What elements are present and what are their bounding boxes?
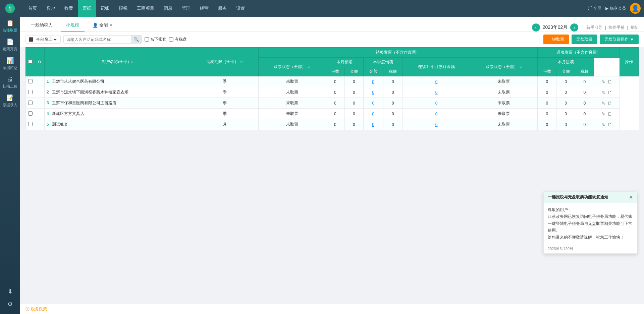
row-sales-quarterly-tax: 0 xyxy=(383,98,403,109)
row-purchase-monthly-count: 0 xyxy=(538,119,556,130)
row-sales-monthly-amount: 0 xyxy=(344,109,363,119)
edit-icon[interactable]: ✎ xyxy=(601,122,605,127)
view-icon[interactable]: 🗋 xyxy=(607,111,612,117)
table-row: 1 卫辉市玖玖健合医药有限公司 季 未取票 0 0 0 0 0 未取票 0 0 … xyxy=(26,76,639,87)
no-disk-ops-button[interactable]: 无盘取票操作 ▼ xyxy=(600,35,639,44)
one-click-fetch-button[interactable]: 一键取票 xyxy=(543,35,569,44)
no-disk-fetch-button[interactable]: 无盘取票 xyxy=(572,35,597,44)
tax-policy-label[interactable]: 税务政策 xyxy=(31,306,47,312)
fullscreen-icon: ⛶ xyxy=(588,6,592,11)
row-customer: 5 测试账套 xyxy=(45,119,191,130)
row-sales-quarterly-amount: 0 xyxy=(363,119,383,130)
select-all-checkbox[interactable] xyxy=(28,59,33,64)
customer-filter-icon[interactable]: ▽ xyxy=(131,60,133,64)
row-checkbox[interactable] xyxy=(28,79,33,83)
avatar[interactable]: 👤 xyxy=(630,3,641,14)
nav-account[interactable]: 记账 xyxy=(96,0,114,17)
tax-policy-icon: ⓘ xyxy=(25,306,30,312)
row-purchase-monthly-count: 0 xyxy=(538,76,556,87)
row-checkbox[interactable] xyxy=(28,111,33,116)
view-icon[interactable]: 🗋 xyxy=(607,101,612,106)
nav-manage[interactable]: 管理 xyxy=(177,0,195,17)
subaccount-checkbox[interactable] xyxy=(145,37,149,42)
row-sales-monthly-count: 0 xyxy=(326,87,344,98)
scan-upload-icon: 🖨 xyxy=(7,76,13,83)
notif-body: 尊敬的用户： 江苏政务网已恢复访问电子税务局功能，易代账一键登陆电子税务局与无盘… xyxy=(544,203,637,244)
employee-select[interactable]: 全部员工 xyxy=(35,37,58,42)
row-sales-quarterly-tax: 0 xyxy=(383,76,403,87)
row-checkbox-cell xyxy=(26,119,35,130)
sidebar-item-issue-invoice[interactable]: 📄 发票开具 xyxy=(0,36,20,54)
table-row: 4 新建区方方文具店 季 未取票 0 0 0 0 0 未取票 0 0 0 ✎ 🗋 xyxy=(26,109,639,119)
no-disk-ops-chevron: ▼ xyxy=(630,37,634,42)
row-customer: 3 卫辉市保和堂医药有限公司主留路店 xyxy=(45,98,191,109)
invoice-table: ⚙ 客户名称(全部) ▽ 纳税期限（全部） ▽ 销项发票（不含作废票） 进项发票… xyxy=(25,47,639,130)
nav-tax[interactable]: 报税 xyxy=(114,0,132,17)
sidebar-item-scan-upload[interactable]: 🖨 扫描上传 xyxy=(0,73,20,91)
manual-button[interactable]: 操作手册 xyxy=(608,25,625,30)
nav-invoice[interactable]: 票据 xyxy=(78,0,96,17)
new-guide-button[interactable]: 新手引导 xyxy=(586,25,602,30)
next-period-button[interactable]: › xyxy=(570,23,578,32)
nav-billing[interactable]: 收费 xyxy=(60,0,78,17)
row-purchase-monthly-amount: 0 xyxy=(556,98,575,109)
view-icon[interactable]: 🗋 xyxy=(607,122,612,127)
tax-period-filter-icon[interactable]: ▽ xyxy=(240,60,243,64)
nav-operation[interactable]: 经营 xyxy=(195,0,213,17)
edit-icon[interactable]: ✎ xyxy=(601,111,605,117)
col-purchase-monthly-tax: 税额 xyxy=(575,67,594,76)
view-icon[interactable]: 🗋 xyxy=(607,79,612,84)
row-sales-status: 未取票 xyxy=(258,109,326,119)
row-actions: ✎ 🗋 xyxy=(594,119,620,130)
nav-customer[interactable]: 客户 xyxy=(42,0,60,17)
row-purchase-monthly-tax: 0 xyxy=(575,109,594,119)
row-purchase-status: 未取票 xyxy=(470,76,538,87)
edit-icon[interactable]: ✎ xyxy=(601,101,605,106)
row-customer: 1 卫辉市玖玖健合医药有限公司 xyxy=(45,76,191,87)
row-actions: ✎ 🗋 xyxy=(594,109,620,119)
subaccount-checkbox-label[interactable]: 名下账套 xyxy=(145,37,166,42)
sidebar-item-smart-fetch[interactable]: 📋 智能取票 xyxy=(0,17,20,36)
sidebar: 🍃 📋 智能取票 📄 发票开具 📊 票据汇总 🖨 扫描上传 📝 票据录入 ⬇ ⚙ xyxy=(0,0,20,314)
nav-service[interactable]: 服务 xyxy=(213,0,231,17)
row-checkbox-cell xyxy=(26,98,35,109)
row-icon-cell xyxy=(35,87,45,98)
fullscreen-button[interactable]: ⛶ 全屏 xyxy=(588,6,601,11)
member-button[interactable]: ▶ 畅享会员 xyxy=(605,6,626,11)
nav-home[interactable]: 首页 xyxy=(23,0,42,17)
row-checkbox[interactable] xyxy=(28,90,33,94)
employee-filter[interactable]: ⬛ 全部员工 xyxy=(25,36,61,44)
tab-small-scale[interactable]: 小规模 xyxy=(61,19,85,32)
row-sales-status: 未取票 xyxy=(258,87,326,98)
taxdisk-checkbox[interactable] xyxy=(169,37,173,42)
edit-icon[interactable]: ✎ xyxy=(601,90,605,95)
tab-all[interactable]: 👤 全能 ▼ xyxy=(87,19,118,32)
purchase-status-filter-icon[interactable]: ▽ xyxy=(520,65,522,69)
prev-period-button[interactable]: ‹ xyxy=(532,23,540,32)
notif-date: 2023年3月20日 xyxy=(544,244,637,253)
nav-settings[interactable]: 设置 xyxy=(231,0,250,17)
view-icon[interactable]: 🗋 xyxy=(607,90,612,95)
nav-message[interactable]: 消息 xyxy=(159,0,177,17)
search-button[interactable]: 🔍 xyxy=(131,36,142,43)
refresh-button[interactable]: 刷新 xyxy=(631,25,639,30)
row-purchase-monthly-count: 0 xyxy=(538,87,556,98)
all-icon: 👤 xyxy=(93,23,98,28)
edit-icon[interactable]: ✎ xyxy=(601,79,605,84)
sidebar-item-invoice-summary[interactable]: 📊 票据汇总 xyxy=(0,54,20,73)
col-tax-period-header: 纳税期限（全部） ▽ xyxy=(191,48,258,76)
sidebar-item-download[interactable]: ⬇ xyxy=(0,285,20,298)
taxdisk-checkbox-label[interactable]: 有税盘 xyxy=(169,37,187,42)
row-sales-status: 未取票 xyxy=(258,119,326,130)
row-checkbox[interactable] xyxy=(28,101,33,105)
search-input[interactable] xyxy=(64,36,131,43)
bottom-bar: ⓘ 税务政策 xyxy=(20,304,644,314)
sidebar-item-data-entry[interactable]: 📝 票据录入 xyxy=(0,91,20,110)
sales-status-filter-icon[interactable]: ▽ xyxy=(308,65,310,69)
tab-general-taxpayer[interactable]: 一般纳税人 xyxy=(25,19,58,32)
row-checkbox[interactable] xyxy=(28,122,33,126)
nav-industrial[interactable]: 工商项目 xyxy=(132,0,159,17)
sidebar-item-settings-bottom[interactable]: ⚙ xyxy=(0,298,20,311)
notif-close-button[interactable]: ✕ xyxy=(629,195,633,200)
toolbar-right: 一键取票 无盘取票 无盘取票操作 ▼ xyxy=(543,35,639,44)
